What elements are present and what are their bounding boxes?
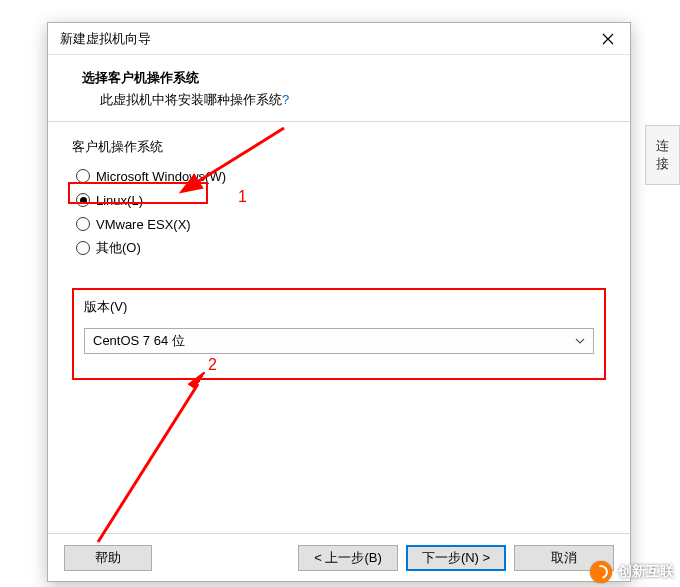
wizard-footer: 帮助 < 上一步(B) 下一步(N) > 取消 [48,533,630,581]
guest-os-radio-group: Microsoft Windows(W) Linux(L) VMware ESX… [72,164,606,260]
close-icon [602,33,614,45]
wizard-header: 选择客户机操作系统 此虚拟机中将安装哪种操作系统? [48,55,630,122]
wizard-content: 客户机操作系统 Microsoft Windows(W) Linux(L) VM… [48,122,630,533]
guest-os-legend: 客户机操作系统 [72,138,606,156]
version-section: 版本(V) CentOS 7 64 位 [72,288,606,380]
close-button[interactable] [585,23,630,55]
back-button[interactable]: < 上一步(B) [298,545,398,571]
radio-windows[interactable]: Microsoft Windows(W) [76,164,606,188]
radio-icon [76,169,90,183]
annotation-highlight-2: 版本(V) CentOS 7 64 位 [72,288,606,380]
radio-label: Linux(L) [96,193,143,208]
titlebar: 新建虚拟机向导 [48,23,630,55]
version-legend: 版本(V) [84,298,594,316]
help-button[interactable]: 帮助 [64,545,152,571]
radio-other[interactable]: 其他(O) [76,236,606,260]
radio-icon [76,217,90,231]
radio-vmware-esx[interactable]: VMware ESX(X) [76,212,606,236]
annotation-arrow-2-icon [88,372,268,552]
wizard-step-title: 选择客户机操作系统 [82,69,606,87]
new-vm-wizard-dialog: 新建虚拟机向导 选择客户机操作系统 此虚拟机中将安装哪种操作系统? 客户机操作系… [47,22,631,582]
cancel-button[interactable]: 取消 [514,545,614,571]
version-combobox[interactable]: CentOS 7 64 位 [84,328,594,354]
radio-icon [76,193,90,207]
wizard-step-subtext: 此虚拟机中将安装哪种操作系统 [100,92,282,107]
background-panel-fragment: 连接 [645,125,680,185]
svg-line-1 [98,384,198,542]
window-title: 新建虚拟机向导 [60,30,585,48]
version-selected-text: CentOS 7 64 位 [93,332,185,350]
chevron-down-icon [575,338,585,344]
wizard-step-question-mark: ? [282,92,289,107]
radio-linux[interactable]: Linux(L) [76,188,606,212]
wizard-step-subtitle: 此虚拟机中将安装哪种操作系统? [100,91,606,109]
radio-icon [76,241,90,255]
radio-label: Microsoft Windows(W) [96,169,226,184]
background-panel-text: 连接 [656,137,679,173]
radio-label: VMware ESX(X) [96,217,191,232]
radio-label: 其他(O) [96,239,141,257]
next-button[interactable]: 下一步(N) > [406,545,506,571]
